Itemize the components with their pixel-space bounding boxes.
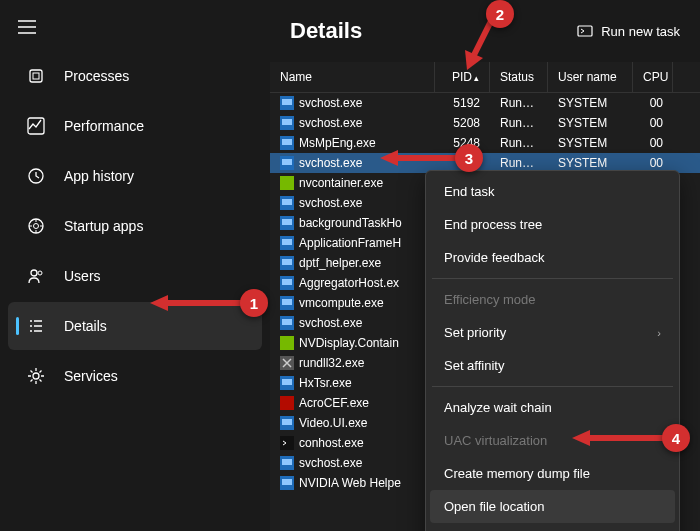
cell-name: vmcompute.exe [270, 294, 435, 312]
menu-provide-feedback[interactable]: Provide feedback [430, 241, 675, 274]
cell-name: svchost.exe [270, 454, 435, 472]
startup-icon [26, 216, 46, 236]
process-icon [280, 476, 294, 490]
run-task-label: Run new task [601, 24, 680, 39]
col-user[interactable]: User name [548, 62, 633, 92]
svg-rect-0 [30, 70, 42, 82]
process-icon [280, 196, 294, 210]
process-icon [280, 256, 294, 270]
cell-name: ApplicationFrameH [270, 234, 435, 252]
cell-name: MsMpEng.exe [270, 134, 435, 152]
menu-search-online[interactable]: Search online [430, 523, 675, 531]
process-icon [280, 296, 294, 310]
process-icon [280, 336, 294, 350]
svg-rect-26 [282, 259, 292, 265]
svg-rect-44 [282, 479, 292, 485]
cell-name: AggregatorHost.ex [270, 274, 435, 292]
table-row[interactable]: svchost.exe5208Runni...SYSTEM00 [270, 113, 700, 133]
nav-details[interactable]: Details [8, 302, 262, 350]
cell-name: svchost.exe [270, 314, 435, 332]
cell-name: nvcontainer.exe [270, 174, 435, 192]
table-header: Name PID▴ Status User name CPU [270, 62, 700, 93]
process-icon [280, 276, 294, 290]
history-icon [26, 166, 46, 186]
cell-name: svchost.exe [270, 114, 435, 132]
svg-rect-36 [282, 379, 292, 385]
cell-name: AcroCEF.exe [270, 394, 435, 412]
page-title: Details [290, 18, 362, 44]
cell-name: svchost.exe [270, 194, 435, 212]
chevron-right-icon: › [657, 327, 661, 339]
svg-rect-42 [282, 459, 292, 465]
nav-users[interactable]: Users [8, 252, 262, 300]
menu-open-file-location[interactable]: Open file location [430, 490, 675, 523]
process-icon [280, 176, 294, 190]
process-icon [280, 396, 294, 410]
nav-label: Services [64, 368, 118, 384]
cell-status: Runni... [490, 114, 548, 132]
hamburger-menu[interactable] [0, 8, 270, 50]
process-icon [280, 456, 294, 470]
annotation-badge: 4 [662, 424, 690, 452]
cell-cpu: 00 [633, 134, 673, 152]
svg-point-6 [31, 270, 37, 276]
menu-create-dump[interactable]: Create memory dump file [430, 457, 675, 490]
nav-label: Performance [64, 118, 144, 134]
table-row[interactable]: svchost.exe5192Runni...SYSTEM00 [270, 93, 700, 113]
process-icon [280, 436, 294, 450]
nav-performance[interactable]: Performance [8, 102, 262, 150]
nav-processes[interactable]: Processes [8, 52, 262, 100]
process-icon [280, 236, 294, 250]
cell-user: SYSTEM [548, 114, 633, 132]
nav-label: Details [64, 318, 107, 334]
hamburger-icon [18, 20, 36, 34]
col-name[interactable]: Name [270, 62, 435, 92]
cell-user: SYSTEM [548, 134, 633, 152]
cell-status: Runni... [490, 134, 548, 152]
cell-pid: 5192 [435, 94, 490, 112]
cell-name: NVIDIA Web Helpe [270, 474, 435, 492]
svg-rect-11 [282, 99, 292, 105]
menu-analyze-wait-chain[interactable]: Analyze wait chain [430, 391, 675, 424]
process-icon [280, 216, 294, 230]
col-cpu[interactable]: CPU [633, 62, 673, 92]
users-icon [26, 266, 46, 286]
col-status[interactable]: Status [490, 62, 548, 92]
menu-set-priority[interactable]: Set priority› [430, 316, 675, 349]
process-icon [280, 96, 294, 110]
svg-rect-15 [282, 139, 292, 145]
cell-status: Runni... [490, 94, 548, 112]
svg-rect-32 [282, 319, 292, 325]
menu-end-task[interactable]: End task [430, 175, 675, 208]
run-new-task-button[interactable]: Run new task [577, 23, 680, 39]
nav-startup-apps[interactable]: Startup apps [8, 202, 262, 250]
nav-label: Startup apps [64, 218, 143, 234]
cell-name: conhost.exe [270, 434, 435, 452]
process-icon [280, 136, 294, 150]
services-icon [26, 366, 46, 386]
process-icon [280, 156, 294, 170]
process-icon [280, 116, 294, 130]
annotation-badge: 2 [486, 0, 514, 28]
col-pid[interactable]: PID▴ [435, 62, 490, 92]
nav-app-history[interactable]: App history [8, 152, 262, 200]
cell-name: dptf_helper.exe [270, 254, 435, 272]
run-task-icon [577, 23, 593, 39]
process-icon [280, 376, 294, 390]
cell-cpu: 00 [633, 114, 673, 132]
nav-services[interactable]: Services [8, 352, 262, 400]
table-row[interactable]: MsMpEng.exe5248Runni...SYSTEM00 [270, 133, 700, 153]
cell-name: Video.UI.exe [270, 414, 435, 432]
menu-set-affinity[interactable]: Set affinity [430, 349, 675, 382]
svg-rect-1 [33, 73, 39, 79]
svg-rect-13 [282, 119, 292, 125]
sort-arrow-icon: ▴ [474, 73, 479, 83]
performance-icon [26, 116, 46, 136]
svg-rect-40 [280, 436, 294, 450]
cell-pid: 5208 [435, 114, 490, 132]
svg-point-7 [38, 271, 42, 275]
titlebar: Details Run new task [270, 0, 700, 62]
menu-uac-virtualization: UAC virtualization [430, 424, 675, 457]
menu-end-process-tree[interactable]: End process tree [430, 208, 675, 241]
cell-name: svchost.exe [270, 154, 435, 172]
